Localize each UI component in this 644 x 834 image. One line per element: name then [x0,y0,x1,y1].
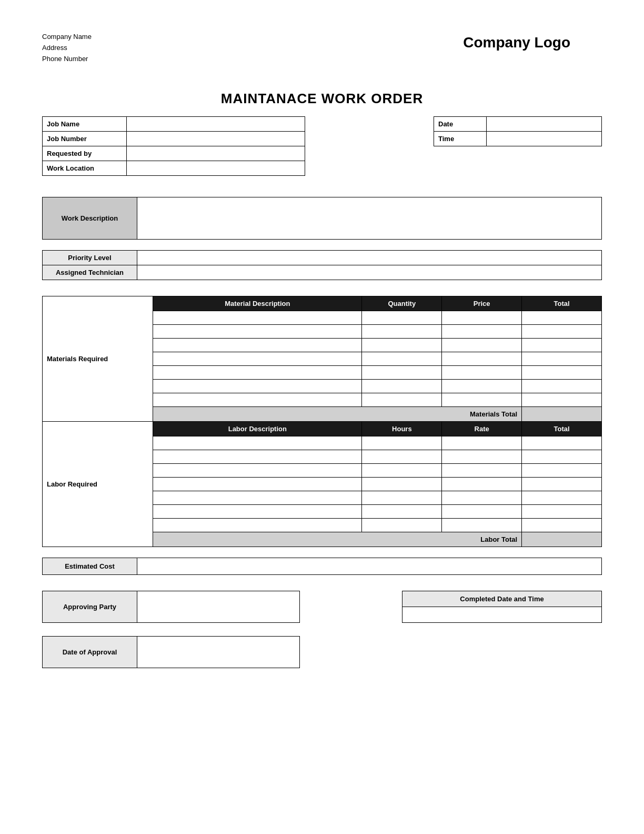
mat-desc-3[interactable] [153,339,362,352]
mat-total-7[interactable] [522,393,602,407]
requested-by-label: Requested by [43,146,127,161]
mat-desc-2[interactable] [153,325,362,339]
mat-desc-1[interactable] [153,311,362,325]
mat-total-3[interactable] [522,339,602,352]
mat-desc-6[interactable] [153,380,362,393]
labor-rate-3[interactable] [442,464,522,478]
labor-hours-6[interactable] [362,505,442,519]
work-location-value[interactable] [126,161,305,176]
date-of-approval-value[interactable] [137,637,300,668]
labor-rate-2[interactable] [442,450,522,464]
labor-hours-7[interactable] [362,519,442,532]
date-value[interactable] [486,117,601,132]
requested-by-value[interactable] [126,146,305,161]
mat-total-2[interactable] [522,325,602,339]
mat-qty-1[interactable] [362,311,442,325]
mat-price-2[interactable] [442,325,522,339]
mat-desc-4[interactable] [153,352,362,366]
labor-rate-7[interactable] [442,519,522,532]
labor-desc-2[interactable] [153,450,362,464]
estimated-cost-label: Estimated Cost [43,558,137,575]
table-row: Job Number [43,132,305,146]
labor-hours-2[interactable] [362,450,442,464]
mat-total-4[interactable] [522,352,602,366]
labor-rate-4[interactable] [442,478,522,491]
labor-total-5[interactable] [522,491,602,505]
labor-total-6[interactable] [522,505,602,519]
labor-total-7[interactable] [522,519,602,532]
labor-rate-5[interactable] [442,491,522,505]
labor-desc-1[interactable] [153,436,362,450]
table-row: Priority Level [43,251,602,265]
table-row: Date [434,117,602,132]
work-description-value[interactable] [137,197,602,240]
mat-qty-5[interactable] [362,366,442,380]
labor-desc-3[interactable] [153,464,362,478]
table-row: Completed Date and Time [402,591,602,607]
mat-desc-5[interactable] [153,366,362,380]
header: Company Name Address Phone Number Compan… [42,32,602,64]
completed-date-value[interactable] [402,607,602,623]
labor-desc-6[interactable] [153,505,362,519]
priority-label: Priority Level [43,251,137,265]
mat-total-5[interactable] [522,366,602,380]
job-name-value[interactable] [126,117,305,132]
materials-total-value[interactable] [522,407,602,422]
labor-hours-5[interactable] [362,491,442,505]
approving-party-table: Approving Party [42,591,300,623]
mat-price-1[interactable] [442,311,522,325]
mat-price-7[interactable] [442,393,522,407]
approving-party-value[interactable] [137,591,300,623]
work-description-label: Work Description [43,197,137,240]
labor-hours-3[interactable] [362,464,442,478]
approval-section: Approving Party Completed Date and Time [42,591,602,623]
table-row: Requested by [43,146,305,161]
mat-desc-7[interactable] [153,393,362,407]
date-of-approval-label: Date of Approval [43,637,137,668]
labor-desc-7[interactable] [153,519,362,532]
labor-total-2[interactable] [522,450,602,464]
mat-qty-4[interactable] [362,352,442,366]
mat-qty-6[interactable] [362,380,442,393]
technician-label: Assigned Technician [43,265,137,280]
labor-hours-1[interactable] [362,436,442,450]
labor-hours-4[interactable] [362,478,442,491]
estimated-cost-table: Estimated Cost [42,558,602,575]
mat-price-6[interactable] [442,380,522,393]
mat-total-1[interactable] [522,311,602,325]
mat-qty-2[interactable] [362,325,442,339]
material-qty-header: Quantity [362,296,442,311]
completed-date-label: Completed Date and Time [402,591,602,607]
job-name-label: Job Name [43,117,127,132]
labor-desc-4[interactable] [153,478,362,491]
table-row: Work Description [43,197,602,240]
mat-price-5[interactable] [442,366,522,380]
labor-total-value[interactable] [522,532,602,547]
job-table: Job Name Job Number Requested by Work Lo… [42,116,305,176]
labor-total-4[interactable] [522,478,602,491]
job-info-section: Job Name Job Number Requested by Work Lo… [42,116,602,176]
time-value[interactable] [486,132,601,146]
materials-section-label: Materials Required [43,296,153,422]
material-price-header: Price [442,296,522,311]
company-name: Company Name [42,32,92,43]
company-info: Company Name Address Phone Number [42,32,92,64]
labor-desc-5[interactable] [153,491,362,505]
mat-total-6[interactable] [522,380,602,393]
mat-price-3[interactable] [442,339,522,352]
mat-qty-3[interactable] [362,339,442,352]
mat-price-4[interactable] [442,352,522,366]
date-label: Date [434,117,487,132]
technician-value[interactable] [137,265,602,280]
labor-total-label: Labor Total [153,532,522,547]
labor-total-3[interactable] [522,464,602,478]
labor-total-1[interactable] [522,436,602,450]
table-row [402,607,602,623]
priority-value[interactable] [137,251,602,265]
materials-header-row: Materials Required Material Description … [43,296,602,311]
estimated-cost-value[interactable] [137,558,602,575]
labor-rate-6[interactable] [442,505,522,519]
mat-qty-7[interactable] [362,393,442,407]
job-number-value[interactable] [126,132,305,146]
labor-rate-1[interactable] [442,436,522,450]
